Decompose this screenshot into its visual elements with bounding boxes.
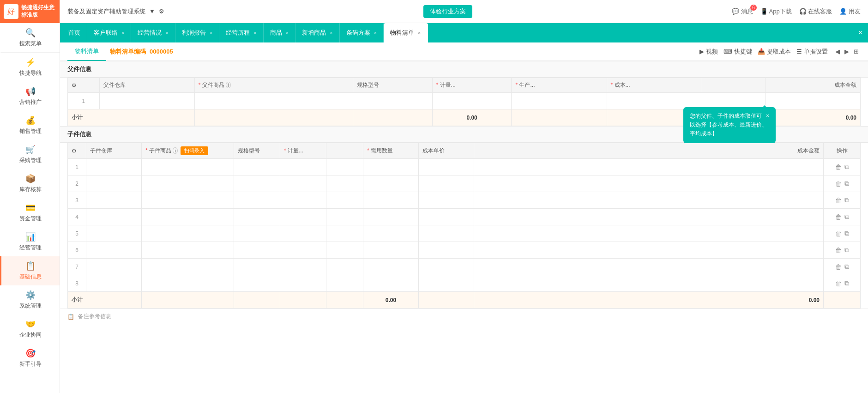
child-warehouse-5[interactable]	[86, 225, 142, 242]
child-qty-8[interactable]	[363, 275, 419, 292]
app-download[interactable]: 📱 App下载	[760, 7, 792, 16]
copy-icon-1[interactable]: ⧉	[844, 163, 849, 171]
parent-product-1[interactable]	[194, 93, 353, 109]
child-qty-7[interactable]	[363, 259, 419, 275]
child-unit-6[interactable]	[280, 242, 326, 259]
cost-btn[interactable]: 📥 提取成本	[758, 48, 791, 56]
tab-history[interactable]: 经营历程 ×	[219, 23, 263, 42]
child-warehouse-7[interactable]	[86, 259, 142, 275]
child-unit-4[interactable]	[280, 209, 326, 225]
child-product-1[interactable]	[142, 159, 234, 175]
child-warehouse-1[interactable]	[86, 159, 142, 175]
child-qty-1[interactable]	[363, 159, 419, 175]
delete-icon-1[interactable]: 🗑	[835, 163, 842, 171]
message-badge-wrap[interactable]: 💬 6 消息	[732, 7, 753, 16]
view-btn[interactable]: ▶ 视频	[699, 48, 718, 56]
tab-profit[interactable]: 利润报告 ×	[175, 23, 219, 42]
delete-icon-3[interactable]: 🗑	[835, 197, 842, 204]
child-product-3[interactable]	[142, 192, 234, 209]
user-info[interactable]: 👤 用友	[839, 7, 861, 16]
child-unitcost-1[interactable]	[419, 159, 474, 175]
tab-bom[interactable]: 物料清单 ×	[384, 23, 428, 42]
child-unit-2[interactable]	[280, 175, 326, 192]
sidebar-item-search[interactable]: 🔍 搜索菜单	[0, 23, 60, 53]
online-service[interactable]: 🎧 在线客服	[799, 7, 832, 16]
child-product-6[interactable]	[142, 242, 234, 259]
child-unit-8[interactable]	[280, 275, 326, 292]
copy-icon-2[interactable]: ⧉	[844, 180, 849, 187]
shortcut-btn[interactable]: ⌨ 快捷键	[723, 48, 752, 56]
delete-icon-5[interactable]: 🗑	[835, 230, 842, 237]
child-spec-3[interactable]	[234, 192, 280, 209]
child-product-8[interactable]	[142, 275, 234, 292]
child-warehouse-4[interactable]	[86, 209, 142, 225]
child-unitcost-3[interactable]	[419, 192, 474, 209]
copy-icon-6[interactable]: ⧉	[844, 246, 849, 254]
copy-icon-3[interactable]: ⧉	[844, 196, 849, 204]
copy-icon-4[interactable]: ⧉	[844, 213, 849, 221]
child-spec-1[interactable]	[234, 159, 280, 175]
parent-warehouse-1[interactable]	[99, 93, 194, 109]
child-spec-2[interactable]	[234, 175, 280, 192]
tab-new-product-close[interactable]: ×	[330, 30, 332, 36]
child-qty-6[interactable]	[363, 242, 419, 259]
child-unitcost-4[interactable]	[419, 209, 474, 225]
tab-operations-close[interactable]: ×	[165, 30, 168, 36]
close-all-tabs[interactable]: ×	[855, 29, 866, 37]
child-unit-7[interactable]	[280, 259, 326, 275]
sidebar-item-collab[interactable]: 🤝 企业协同	[0, 314, 60, 344]
child-product-2[interactable]	[142, 175, 234, 192]
tab-products[interactable]: 商品 ×	[264, 23, 295, 42]
parent-unit-1[interactable]	[432, 93, 512, 109]
child-product-5[interactable]	[142, 225, 234, 242]
copy-icon-7[interactable]: ⧉	[844, 263, 849, 271]
sidebar-item-inventory[interactable]: 📦 库存核算	[0, 169, 60, 198]
child-spec-8[interactable]	[234, 275, 280, 292]
tab-profit-close[interactable]: ×	[210, 30, 212, 36]
sidebar-item-finance[interactable]: 💳 资金管理	[0, 198, 60, 227]
child-spec-7[interactable]	[234, 259, 280, 275]
child-unitcost-5[interactable]	[419, 225, 474, 242]
child-spec-5[interactable]	[234, 225, 280, 242]
sidebar-item-system[interactable]: ⚙️ 系统管理	[0, 285, 60, 314]
delete-icon-2[interactable]: 🗑	[835, 180, 842, 187]
sidebar-item-sales[interactable]: 💰 销售管理	[0, 111, 60, 140]
delete-icon-8[interactable]: 🗑	[835, 280, 842, 287]
sidebar-item-marketing[interactable]: 📢 营销推广	[0, 82, 60, 111]
tab-customers-close[interactable]: ×	[121, 30, 124, 36]
child-qty-4[interactable]	[363, 209, 419, 225]
prev-arrow-icon[interactable]: ◀	[833, 47, 842, 56]
sidebar-item-basicinfo[interactable]: 📋 基础信息	[0, 256, 60, 285]
child-warehouse-3[interactable]	[86, 192, 142, 209]
child-unit-5[interactable]	[280, 225, 326, 242]
child-warehouse-2[interactable]	[86, 175, 142, 192]
tab-products-close[interactable]: ×	[286, 30, 289, 36]
child-unitcost-6[interactable]	[419, 242, 474, 259]
tab-new-product[interactable]: 新增商品 ×	[295, 23, 339, 42]
sidebar-item-operations[interactable]: 📊 经营管理	[0, 227, 60, 256]
tooltip-close[interactable]: ×	[766, 112, 769, 121]
child-unit-3[interactable]	[280, 192, 326, 209]
tab-barcode-close[interactable]: ×	[374, 30, 377, 36]
child-warehouse-6[interactable]	[86, 242, 142, 259]
child-qty-5[interactable]	[363, 225, 419, 242]
child-spec-4[interactable]	[234, 209, 280, 225]
delete-icon-4[interactable]: 🗑	[835, 213, 842, 221]
child-unit-1[interactable]	[280, 159, 326, 175]
tab-bom-close[interactable]: ×	[418, 30, 421, 36]
child-product-7[interactable]	[142, 259, 234, 275]
sidebar-item-purchase[interactable]: 🛒 采购管理	[0, 140, 60, 169]
child-unitcost-8[interactable]	[419, 275, 474, 292]
child-qty-2[interactable]	[363, 175, 419, 192]
parent-spec-1[interactable]	[353, 93, 433, 109]
subnav-bom-list[interactable]: 物料清单	[67, 42, 106, 61]
delete-icon-6[interactable]: 🗑	[835, 247, 842, 254]
tab-operations[interactable]: 经营情况 ×	[131, 23, 175, 42]
tab-customers[interactable]: 客户联络 ×	[87, 23, 131, 42]
sidebar-item-guide[interactable]: 🎯 新手引导	[0, 344, 60, 373]
settings-gear-icon[interactable]: ⚙	[159, 8, 164, 15]
child-warehouse-8[interactable]	[86, 275, 142, 292]
copy-icon-5[interactable]: ⧉	[844, 230, 849, 237]
tab-history-close[interactable]: ×	[253, 30, 256, 36]
parent-produce-1[interactable]	[512, 93, 607, 109]
